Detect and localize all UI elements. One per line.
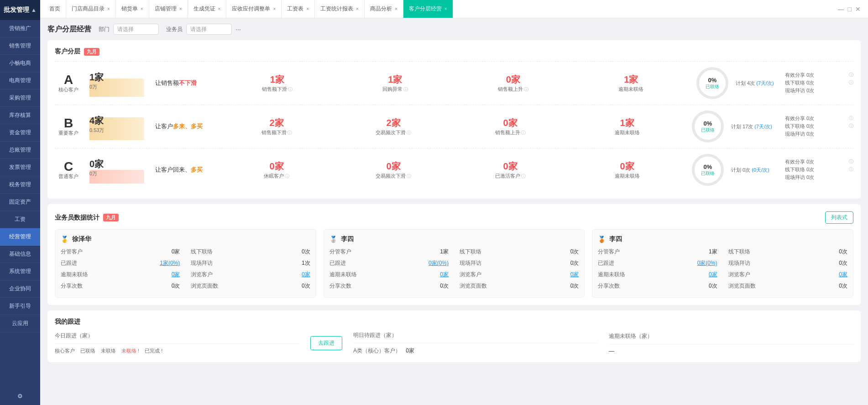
- sidebar-toggle-icon[interactable]: ▲: [31, 7, 37, 13]
- tier-a-side-stats: 有效分享 0次 ⓘ 线下联络 0次 ⓘ 现场拜访 0次: [785, 72, 853, 95]
- overdue-followup-content: —: [609, 344, 853, 354]
- tier-c-count: 0家: [89, 158, 144, 170]
- tab-销货单[interactable]: 销货单×: [116, 0, 149, 18]
- sidebar-item-总账管理[interactable]: 总账管理: [0, 142, 40, 159]
- goto-followup-button[interactable]: 去跟进: [310, 336, 342, 350]
- sidebar-item-资金管理[interactable]: 资金管理: [0, 124, 40, 142]
- tier-b-suggestion: 让客户多来、多买: [152, 122, 215, 131]
- metric-b-1: 2家 销售额下滑 ⓘ: [256, 117, 297, 136]
- tab-工资表[interactable]: 工资表×: [282, 0, 315, 18]
- sidebar-header[interactable]: 批发管理 ▲: [0, 0, 40, 20]
- tab-close-工资表[interactable]: ×: [306, 6, 309, 11]
- close-window-icon[interactable]: ✕: [855, 5, 861, 13]
- tab-店铺管理[interactable]: 店铺管理×: [149, 0, 188, 18]
- sidebar-item-经营管理[interactable]: 经营管理: [0, 228, 40, 246]
- tab-close-店铺管理[interactable]: ×: [179, 6, 182, 11]
- followup-section: 我的跟进 今日跟进（家） 核心客户 已联络 未联络 未联络 ! 已完成 ! 去跟…: [47, 310, 861, 362]
- staff-label: 业务员: [166, 26, 183, 33]
- tier-c-circle: 0% 已联络: [692, 154, 724, 186]
- staff-section-header: 业务员数据统计 九月 列表式: [55, 211, 853, 224]
- tier-b-amount: 0.53万: [89, 127, 144, 134]
- settings-icon[interactable]: ⚙: [0, 387, 40, 405]
- sidebar-item-系统管理[interactable]: 系统管理: [0, 263, 40, 280]
- minimize-icon[interactable]: —: [838, 5, 844, 13]
- tier-b-label: B 重要客户: [55, 117, 82, 137]
- tier-a-bar-area: 1家 0万: [89, 69, 144, 97]
- overdue-followup-title: 逾期未联络（家）: [609, 332, 853, 340]
- tab-close-销货单[interactable]: ×: [141, 6, 143, 11]
- staff-1-name: 徐泽华: [72, 235, 91, 243]
- tab-close-客户分层经营[interactable]: ×: [444, 6, 447, 11]
- sidebar-item-工资[interactable]: 工资: [0, 211, 40, 228]
- tier-row-c: C 普通客户 0家 0万 让客户回来、多买 0家 休眠客户 ⓘ: [55, 148, 853, 191]
- tab-close-生成凭证[interactable]: ×: [218, 6, 221, 11]
- customer-tier-section: 客户分层 九月 A 核心客户 1家 0万 让销售额不下滑: [47, 40, 861, 199]
- tomorrow-followup-title: 明日待跟进（家）: [353, 331, 598, 339]
- sidebar-item-小畅电商[interactable]: 小畅电商: [0, 55, 40, 72]
- tier-c-bar-area: 0家 0万: [89, 156, 144, 184]
- tier-b-side-stats: 有效分享 0次 ⓘ 线下联络 0次 ⓘ 现场拜访 0次: [785, 115, 853, 138]
- tab-close-门店商品目录[interactable]: ×: [107, 6, 110, 11]
- sidebar-item-采购管理[interactable]: 采购管理: [0, 89, 40, 107]
- metric-c-3: 0家 已激活客户 ⓘ: [490, 160, 531, 179]
- tier-c-circle-sub: 计划 0次 (0天/次): [731, 167, 781, 174]
- tier-row-a: A 核心客户 1家 0万 让销售额不下滑 1家 销售额下滑 ⓘ: [55, 61, 853, 105]
- sidebar-item-新手引导[interactable]: 新手引导: [0, 298, 40, 315]
- sidebar-item-基础信息[interactable]: 基础信息: [0, 246, 40, 263]
- tab-门店商品目录[interactable]: 门店商品目录×: [66, 0, 116, 18]
- tomorrow-followup: 明日待跟进（家） A类（核心）客户） 0家: [353, 331, 598, 355]
- tab-bar-actions: — □ ✕: [834, 5, 864, 13]
- tab-商品分析[interactable]: 商品分析×: [365, 0, 403, 18]
- staff-1-stat-3: 已跟进 1家(0%): [61, 259, 180, 267]
- metric-b-4: 1家 逾期未联络: [607, 117, 648, 136]
- tab-生成凭证[interactable]: 生成凭证×: [188, 0, 227, 18]
- customer-tier-title: 客户分层 九月: [55, 47, 853, 56]
- tab-close-应收应付调整单[interactable]: ×: [273, 6, 276, 11]
- sidebar-item-销售管理[interactable]: 销售管理: [0, 37, 40, 55]
- staff-1-medal: 🥇: [61, 236, 68, 243]
- staff-3-name: 李四: [609, 235, 622, 243]
- tab-应收应付调整单[interactable]: 应收应付调整单×: [226, 0, 282, 18]
- staff-select[interactable]: 请选择: [186, 24, 232, 35]
- sidebar-item-企业协同[interactable]: 企业协同: [0, 280, 40, 298]
- tab-close-商品分析[interactable]: ×: [395, 6, 397, 11]
- sidebar-item-发票管理[interactable]: 发票管理: [0, 159, 40, 176]
- filter-more-icon[interactable]: ···: [235, 26, 241, 33]
- staff-3-medal: 🥉: [598, 236, 606, 243]
- metric-a-3: 0家 销售额上升 ⓘ: [492, 74, 533, 93]
- staff-grid: 🥇 徐泽华 分管客户 0家 线下联络 0次: [55, 229, 853, 298]
- tab-工资统计报表[interactable]: 工资统计报表×: [315, 0, 365, 18]
- customer-tier-month: 九月: [84, 48, 99, 56]
- sidebar: 批发管理 ▲ 营销推广销售管理小畅电商电商管理采购管理库存核算资金管理总账管理发…: [0, 0, 40, 405]
- staff-card-3: 🥉 李四 分管客户 1家 线下联络 0次: [592, 229, 853, 298]
- staff-stats-title: 业务员数据统计 九月: [55, 214, 119, 222]
- staff-1-stats: 分管客户 0家 线下联络 0次 已跟进 1家(0%): [61, 248, 310, 292]
- tier-b-bar-area: 4家 0.53万: [89, 113, 144, 140]
- metric-b-2: 2家 交易频次下滑 ⓘ: [373, 117, 414, 136]
- tomorrow-followup-content: A类（核心）客户） 0家: [353, 343, 598, 355]
- sidebar-item-固定资产[interactable]: 固定资产: [0, 194, 40, 211]
- sidebar-item-电商管理[interactable]: 电商管理: [0, 72, 40, 89]
- tier-c-side-stats: 有效分享 0次 ⓘ 线下联络 0次 ⓘ 现场拜访 0次: [785, 158, 853, 182]
- today-followup-title: 今日跟进（家）: [55, 332, 299, 340]
- sidebar-item-税务管理[interactable]: 税务管理: [0, 176, 40, 194]
- tier-b-circle-sub: 计划 17次 (7天/次): [731, 123, 781, 130]
- staff-1-stat-7: 分享次数 0次: [61, 282, 180, 290]
- staff-filter-group: 业务员 请选择 ···: [166, 24, 241, 35]
- content-area: 客户分层经营 部门 请选择 业务员 请选择 ··· 客户分层 九月: [40, 18, 868, 405]
- tab-close-工资统计报表[interactable]: ×: [356, 6, 359, 11]
- maximize-icon[interactable]: □: [848, 5, 852, 13]
- staff-stats-section: 业务员数据统计 九月 列表式 🥇 徐泽华 分管客户: [47, 204, 861, 305]
- list-view-button[interactable]: 列表式: [825, 211, 853, 224]
- tier-b-circle-area: 0% 已联络: [692, 110, 724, 142]
- sidebar-item-营销推广[interactable]: 营销推广: [0, 20, 40, 37]
- tab-首页[interactable]: 首页: [44, 0, 66, 18]
- sidebar-item-库存核算[interactable]: 库存核算: [0, 107, 40, 124]
- staff-stats-month: 九月: [103, 214, 119, 221]
- dept-select[interactable]: 请选择: [113, 24, 159, 35]
- tab-客户分层经营[interactable]: 客户分层经营×: [403, 0, 453, 18]
- staff-1-stat-8: 浏览页面数 0次: [191, 282, 310, 290]
- metric-a-1: 1家 销售额下滑 ⓘ: [256, 74, 298, 93]
- sidebar-item-云应用[interactable]: 云应用: [0, 315, 40, 332]
- tier-c-metrics: 0家 休眠客户 ⓘ 0家 交易频次下滑 ⓘ 0家 已激活客户 ⓘ 0家 逾期未联…: [219, 160, 685, 179]
